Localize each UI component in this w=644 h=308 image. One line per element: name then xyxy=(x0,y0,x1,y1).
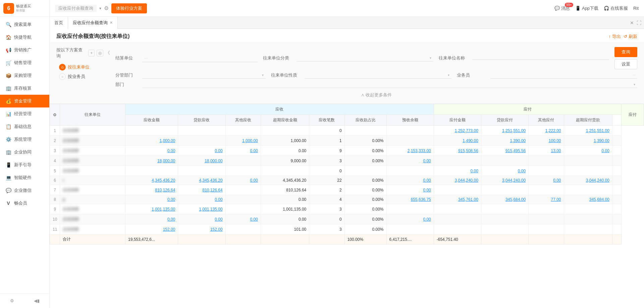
footer-loan-ap xyxy=(481,234,528,245)
settlement-unit-input[interactable]: ··· xyxy=(142,54,258,62)
filter-add-button[interactable]: + xyxy=(88,50,95,56)
promo-button[interactable]: 体验行业方案 xyxy=(111,3,147,13)
sidebar-nav: 🔍 搜索菜单 🏠 快捷导航 📢 营销推广 🛒 销售管理 📦 采购管理 🏢 库存核… xyxy=(0,17,49,293)
download-icon: 📱 xyxy=(575,6,581,11)
newcomer-icon: 📱 xyxy=(5,162,11,168)
tab-close-all-button[interactable]: ✕ xyxy=(630,20,634,26)
refresh-button[interactable]: ↺ 刷新 xyxy=(624,34,637,40)
table-row: 7企业名称810,126.64810,126.64810,126.6420.00… xyxy=(50,185,644,195)
table-row: 4企业名称18,000.0018,000.009,000.0030.00%0.0… xyxy=(50,156,644,166)
sidebar-settings-button[interactable]: ⚙ xyxy=(8,296,16,305)
app-download-button[interactable]: 📱 App下载 xyxy=(575,5,598,11)
footer-ap-amount: -654,751.40 xyxy=(434,234,481,245)
smart-hw-icon: 💻 xyxy=(5,175,11,181)
sidebar-item-inventory[interactable]: 🏢 库存核算 xyxy=(0,82,49,95)
footer-no xyxy=(50,234,60,245)
service-icon: 🎧 xyxy=(604,6,609,11)
filter-managing-dept: 分管部门 ▾ xyxy=(115,72,266,79)
corp-wechat-icon: 💬 xyxy=(5,187,11,193)
receivable-group-th: 应收 xyxy=(125,104,434,115)
tab-expand-button[interactable]: ⛶ xyxy=(637,20,641,26)
dept-label: 部门 xyxy=(115,82,142,88)
sidebar-item-vip[interactable]: V 畅会员 xyxy=(0,197,49,210)
partner-nature-label: 往来单位性质 xyxy=(271,72,305,78)
ar-count-th: 应收笔数 xyxy=(309,115,344,126)
header-left: 应收应付余额查询 ▾ ⚙ 体验行业方案 xyxy=(55,3,147,13)
salesperson-input[interactable]: ··· xyxy=(490,72,637,79)
sidebar-item-corp-collab[interactable]: 🏢 企业协同 xyxy=(0,146,49,159)
filter-by-staff[interactable]: ○ 按业务员 xyxy=(56,72,110,81)
tab-ar-ap-query[interactable]: 应收应付余额查询 ✕ xyxy=(68,17,118,29)
tab-home[interactable]: 首页 xyxy=(50,17,68,29)
sidebar-footer: ⚙ ◀▮ xyxy=(0,293,49,308)
sidebar-item-smart-hw[interactable]: 💻 智能硬件 xyxy=(0,171,49,184)
sidebar-item-quick-nav[interactable]: 🏠 快捷导航 xyxy=(0,31,49,44)
partner-category-select[interactable]: ▾ xyxy=(297,55,433,61)
vip-icon: V xyxy=(5,200,11,206)
table-row: 3企业名称0.000.000.000.0090.00%2,153,333.009… xyxy=(50,146,644,156)
partner-nature-select[interactable]: ▾ xyxy=(305,72,451,79)
table-row: 9企业名称1,001,135.001,001,135.001,001,135.0… xyxy=(50,204,644,214)
filter-row-1: 结算单位 ··· 往来单位分类 ▾ xyxy=(115,47,637,69)
sidebar-item-basic-info[interactable]: 📋 基础信息 xyxy=(0,120,49,133)
salesperson-dots: ··· xyxy=(633,73,635,77)
sidebar-item-system[interactable]: ⚙️ 系统管理 xyxy=(0,133,49,146)
partner-nature-arrow: ▾ xyxy=(448,73,449,77)
filter-collapse-icon[interactable]: 《 xyxy=(105,50,110,56)
filter-partner-nature: 往来单位性质 ▾ xyxy=(271,72,451,79)
query-button[interactable]: 查询 xyxy=(614,47,637,57)
partner-category-label: 往来单位分类 xyxy=(263,55,297,61)
sidebar-item-newcomer[interactable]: 📱 新手引导 xyxy=(0,159,49,171)
main-area: 应收应付余额查询 ▾ ⚙ 体验行业方案 💬 消息 99+ 📱 App下载 🎧 在… xyxy=(50,0,644,308)
table-footer-row: 合计 19,553,472,6... 100.00% 6,417,215....… xyxy=(50,234,644,245)
header-dropdown-button[interactable]: ▾ xyxy=(99,6,101,11)
sidebar-item-corp-wechat[interactable]: 💬 企业微信 xyxy=(0,184,49,197)
filter-by-partner[interactable]: ⊙ 按往来单位 xyxy=(56,62,110,72)
finance-icon: 💰 xyxy=(5,98,11,104)
message-badge: 99+ xyxy=(565,3,573,7)
dept-select[interactable]: ▾ xyxy=(142,81,637,88)
managing-dept-select[interactable]: ▾ xyxy=(142,72,266,79)
sidebar: 6 畅捷通买 标准版 🔍 搜索菜单 🏠 快捷导航 📢 营销推广 🛒 销售管理 📦… xyxy=(0,0,50,308)
sidebar-item-search-menu[interactable]: 🔍 搜索菜单 xyxy=(0,18,49,31)
export-button[interactable]: ↑ 导出 xyxy=(609,34,621,40)
tab-close-icon[interactable]: ✕ xyxy=(110,20,113,25)
set-button[interactable]: 设置 xyxy=(614,59,637,69)
footer-ar-amount: 19,553,472,6... xyxy=(125,234,178,245)
marketing-icon: 📢 xyxy=(5,47,11,53)
operations-icon: 📊 xyxy=(5,111,11,117)
partner-option-icon: ⊙ xyxy=(59,64,66,71)
table-row: 6r4,345,436.204,345,436.200.004,345,436.… xyxy=(50,176,644,185)
overdue-ap-th: 超期应付货款 xyxy=(564,115,612,126)
ar-amount-th: 应收金额 xyxy=(125,115,178,126)
table-container: ⚙ 往来单位 应收 应付 应付 应收金额 贷款应收 其他应收 超期应收金额 应收… xyxy=(50,104,644,308)
tab-bar-actions: ✕ ⛶ xyxy=(627,20,644,26)
sidebar-item-purchase[interactable]: 📦 采购管理 xyxy=(0,69,49,82)
refresh-icon: ↺ xyxy=(624,34,627,39)
footer-other-ap xyxy=(529,234,564,245)
sidebar-item-finance[interactable]: 💰 资金管理 xyxy=(0,95,49,107)
sidebar-item-sales[interactable]: 🛒 销售管理 xyxy=(0,56,49,69)
user-name[interactable]: Rit xyxy=(633,6,639,11)
basic-info-icon: 📋 xyxy=(5,124,11,130)
header-gear-icon[interactable]: ⚙ xyxy=(104,5,109,11)
table-row: 1企业名称01,252,773.001,251,551.001,222.001,… xyxy=(50,126,644,136)
filter-salesperson: 业务员 ··· xyxy=(457,72,637,79)
collapse-icon: ∧ xyxy=(361,92,365,97)
salesperson-label: 业务员 xyxy=(457,72,490,78)
settings-th[interactable]: ⚙ xyxy=(50,104,60,126)
collapse-more-button[interactable]: ∧ 收起更多条件 xyxy=(115,91,637,99)
partner-name-input[interactable] xyxy=(472,57,609,60)
header-breadcrumb: 应收应付余额查询 xyxy=(55,5,97,12)
online-service-button[interactable]: 🎧 在线客服 xyxy=(604,5,628,11)
col-group-header-row: ⚙ 往来单位 应收 应付 应付 xyxy=(50,104,644,115)
managing-dept-arrow: ▾ xyxy=(262,73,264,77)
footer-label: 合计 xyxy=(60,234,125,245)
home-icon: 🏠 xyxy=(5,34,11,40)
sidebar-item-marketing[interactable]: 📢 营销推广 xyxy=(0,44,49,56)
messages-button[interactable]: 💬 消息 99+ xyxy=(554,5,570,11)
export-icon: ↑ xyxy=(609,34,611,39)
filter-scheme-button[interactable]: ◎ xyxy=(97,50,103,56)
sidebar-item-operations[interactable]: 📊 经营管理 xyxy=(0,107,49,120)
sidebar-collapse-button[interactable]: ◀▮ xyxy=(32,296,42,305)
